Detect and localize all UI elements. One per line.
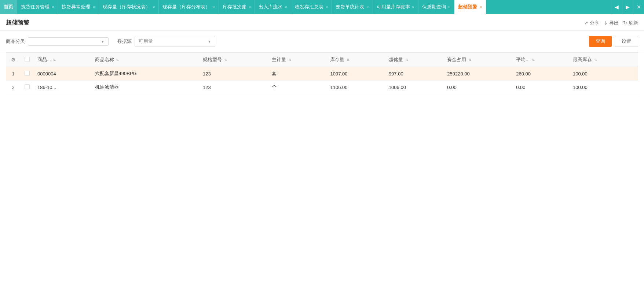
nav-item-avail[interactable]: 可用量库存账本 × xyxy=(373,0,418,14)
nav-item-stock-status[interactable]: 现存量（库存状况表） × xyxy=(99,0,159,14)
row-stock: 1106.00 xyxy=(326,81,385,94)
header-checkbox[interactable] xyxy=(25,57,30,62)
sort-goods-code-icon[interactable]: ⇅ xyxy=(53,58,56,62)
row-goods-code: 186-10... xyxy=(34,81,91,94)
close-collect-icon[interactable]: × xyxy=(326,5,328,9)
export-icon: ⇓ xyxy=(604,20,608,26)
query-button[interactable]: 查询 xyxy=(589,36,612,47)
nav-item-collect[interactable]: 收发存汇总表 × xyxy=(291,0,332,14)
nav-prev-button[interactable]: ◀ xyxy=(611,0,622,14)
table-header-row: ⚙ 商品... ⇅ 商品名称 ⇅ xyxy=(6,53,638,67)
row-goods-name: 六配套新昌490BPG xyxy=(91,67,200,81)
sort-over-icon[interactable]: ⇅ xyxy=(405,58,408,62)
close-stock-dist-icon[interactable]: × xyxy=(212,5,215,9)
close-requisition-icon[interactable]: × xyxy=(366,5,369,9)
set-button[interactable]: 设置 xyxy=(615,36,638,47)
filter-goods-category: 商品分类 ▼ xyxy=(6,37,109,46)
row-over: 1006.00 xyxy=(385,81,443,94)
page-header: 超储预警 ➚ 分享 ⇓ 导出 ↻ 刷新 xyxy=(0,14,644,31)
export-button[interactable]: ⇓ 导出 xyxy=(604,20,619,26)
close-overstock-icon[interactable]: × xyxy=(479,5,482,9)
sort-capital-icon[interactable]: ⇅ xyxy=(468,58,471,62)
close-quality-icon[interactable]: × xyxy=(448,5,450,9)
col-header-gear[interactable]: ⚙ xyxy=(6,53,21,67)
table-row[interactable]: 1 0000004 六配套新昌490BPG 123 套 1097.00 997.… xyxy=(6,67,638,81)
nav-close-all-button[interactable]: ✕ xyxy=(633,0,644,14)
row-checkbox[interactable] xyxy=(25,71,30,76)
col-header-capital[interactable]: 资金占用 ⇅ xyxy=(443,53,512,67)
data-source-chevron-icon: ▼ xyxy=(208,40,211,44)
row-spec: 123 xyxy=(199,81,268,94)
sort-max-icon[interactable]: ⇅ xyxy=(594,58,597,62)
page-content: 超储预警 ➚ 分享 ⇓ 导出 ↻ 刷新 商品分类 ▼ 数据源 xyxy=(0,14,644,293)
row-checkbox[interactable] xyxy=(25,84,30,89)
col-header-stock[interactable]: 库存量 ⇅ xyxy=(326,53,385,67)
row-check-cell xyxy=(21,67,34,81)
col-header-spec[interactable]: 规格型号 ⇅ xyxy=(199,53,268,67)
sort-spec-icon[interactable]: ⇅ xyxy=(224,58,227,62)
col-header-goods-name[interactable]: 商品名称 ⇅ xyxy=(91,53,200,67)
row-goods-code: 0000004 xyxy=(34,67,91,81)
table-row[interactable]: 2 186-10... 机油滤清器 123 个 1106.00 1006.00 … xyxy=(6,81,638,94)
col-header-goods-code[interactable]: 商品... ⇅ xyxy=(34,53,91,67)
nav-item-requisition[interactable]: 要货单统计表 × xyxy=(332,0,373,14)
close-batch-icon[interactable]: × xyxy=(249,5,251,9)
row-index: 2 xyxy=(6,81,21,94)
nav-item-quality[interactable]: 保质期查询 × xyxy=(418,0,454,14)
col-header-avg[interactable]: 平均... ⇅ xyxy=(512,53,569,67)
col-header-unit[interactable]: 主计量 ⇅ xyxy=(268,53,326,67)
close-abnormal-icon[interactable]: × xyxy=(92,5,95,9)
gear-settings-icon[interactable]: ⚙ xyxy=(11,57,16,63)
close-avail-icon[interactable]: × xyxy=(412,5,414,9)
col-header-check xyxy=(21,53,34,67)
filter-bar: 商品分类 ▼ 数据源 可用量 ▼ 查询 设置 xyxy=(0,31,644,52)
row-capital: 259220.00 xyxy=(443,67,512,81)
goods-category-label: 商品分类 xyxy=(6,38,25,45)
row-index: 1 xyxy=(6,67,21,81)
data-source-select[interactable]: 可用量 ▼ xyxy=(135,36,215,47)
row-over: 997.00 xyxy=(385,67,443,81)
table-body: 1 0000004 六配套新昌490BPG 123 套 1097.00 997.… xyxy=(6,67,638,94)
page-actions: ➚ 分享 ⇓ 导出 ↻ 刷新 xyxy=(584,20,638,26)
nav-arrows: ◀ ▶ ✕ xyxy=(611,0,644,14)
nav-item-task[interactable]: 拣货任务管理 × xyxy=(17,0,58,14)
sort-goods-name-icon[interactable]: ⇅ xyxy=(116,58,119,62)
data-source-value: 可用量 xyxy=(139,38,153,45)
data-table: ⚙ 商品... ⇅ 商品名称 ⇅ xyxy=(6,52,638,94)
col-header-max[interactable]: 最高库存 ⇅ xyxy=(569,53,638,67)
share-icon: ➚ xyxy=(584,20,588,26)
sort-avg-icon[interactable]: ⇅ xyxy=(532,58,535,62)
sort-unit-icon[interactable]: ⇅ xyxy=(288,58,291,62)
close-stock-status-icon[interactable]: × xyxy=(153,5,155,9)
row-avg: 260.00 xyxy=(512,67,569,81)
col-header-over[interactable]: 超储量 ⇅ xyxy=(385,53,443,67)
row-max: 100.00 xyxy=(569,67,638,81)
row-spec: 123 xyxy=(199,67,268,81)
data-source-label: 数据源 xyxy=(117,38,132,45)
nav-item-home[interactable]: 首页 xyxy=(0,0,17,14)
filter-data-source: 数据源 可用量 ▼ xyxy=(117,36,215,47)
top-navigation: 首页 拣货任务管理 × 拣货异常处理 × 现存量（库存状况表） × 现存量（库存… xyxy=(0,0,644,14)
row-max: 100.00 xyxy=(569,81,638,94)
data-table-wrap: ⚙ 商品... ⇅ 商品名称 ⇅ xyxy=(0,52,644,94)
nav-item-stock-dist[interactable]: 现存量（库存分布表） × xyxy=(159,0,219,14)
goods-category-chevron-icon: ▼ xyxy=(101,40,105,44)
row-check-cell xyxy=(21,81,34,94)
nav-item-batch[interactable]: 库存批次账 × xyxy=(219,0,255,14)
row-unit: 套 xyxy=(268,67,326,81)
row-stock: 1097.00 xyxy=(326,67,385,81)
row-unit: 个 xyxy=(268,81,326,94)
page-title: 超储预警 xyxy=(6,19,29,27)
close-task-icon[interactable]: × xyxy=(52,5,54,9)
nav-next-button[interactable]: ▶ xyxy=(622,0,633,14)
nav-item-abnormal[interactable]: 拣货异常处理 × xyxy=(58,0,99,14)
nav-item-inout[interactable]: 出入库流水 × xyxy=(255,0,291,14)
row-avg: 0.00 xyxy=(512,81,569,94)
row-goods-name: 机油滤清器 xyxy=(91,81,200,94)
refresh-button[interactable]: ↻ 刷新 xyxy=(623,20,638,26)
goods-category-select[interactable]: ▼ xyxy=(28,37,109,46)
share-button[interactable]: ➚ 分享 xyxy=(584,20,599,26)
nav-item-overstock[interactable]: 超储预警 × xyxy=(454,0,486,14)
close-inout-icon[interactable]: × xyxy=(285,5,287,9)
sort-stock-icon[interactable]: ⇅ xyxy=(347,58,350,62)
